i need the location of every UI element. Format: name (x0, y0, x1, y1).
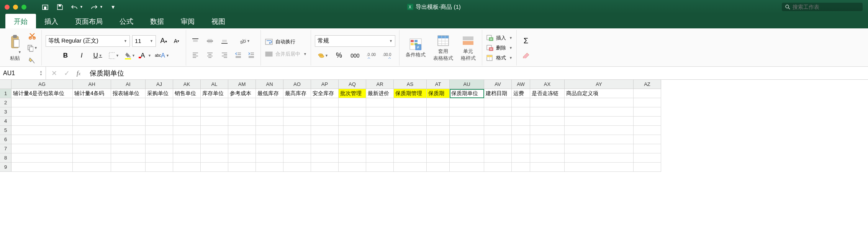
cell-AW9[interactable] (512, 163, 530, 172)
font-color-button[interactable]: A▼ (141, 51, 151, 61)
redo-button[interactable]: ▼ (91, 3, 103, 10)
cell-AK4[interactable] (173, 117, 201, 126)
decrease-font-size-button[interactable]: A▾ (171, 36, 182, 46)
cell-AR3[interactable] (366, 107, 394, 117)
cell-AU7[interactable] (450, 144, 484, 153)
cell-AJ9[interactable] (146, 163, 173, 172)
cell-AQ7[interactable] (339, 144, 366, 153)
row-header-4[interactable]: 4 (0, 117, 11, 126)
cell-AW7[interactable] (512, 144, 530, 153)
align-middle-button[interactable] (205, 36, 215, 46)
cell-AG9[interactable] (11, 163, 73, 172)
cell-AN5[interactable] (256, 126, 283, 135)
cell-AU1[interactable]: 保质期单位 (450, 89, 484, 98)
increase-indent-button[interactable] (246, 50, 257, 60)
cell-AZ7[interactable] (634, 144, 661, 153)
cell-AK1[interactable]: 销售单位 (173, 89, 201, 98)
tab-formulas[interactable]: 公式 (111, 14, 142, 28)
cell-AW3[interactable] (512, 107, 530, 117)
cut-button[interactable] (27, 31, 38, 41)
cell-AL2[interactable] (201, 98, 228, 107)
cell-AP8[interactable] (311, 153, 339, 163)
cell-AJ5[interactable] (146, 126, 173, 135)
cell-AJ8[interactable] (146, 153, 173, 163)
column-header-AZ[interactable]: AZ (634, 80, 661, 89)
cell-AM4[interactable] (228, 117, 256, 126)
cell-AK6[interactable] (173, 135, 201, 144)
align-bottom-button[interactable] (219, 36, 230, 46)
cell-AZ4[interactable] (634, 117, 661, 126)
cell-AG6[interactable] (11, 135, 73, 144)
cell-AL4[interactable] (201, 117, 228, 126)
cell-AZ3[interactable] (634, 107, 661, 117)
cell-AS1[interactable]: 保质期管理 (394, 89, 427, 98)
clear-button[interactable] (521, 50, 531, 60)
italic-button[interactable]: I (76, 51, 87, 61)
phonetic-button[interactable]: abcA▼ (157, 51, 167, 61)
cell-AI8[interactable] (111, 153, 146, 163)
cell-AK7[interactable] (173, 144, 201, 153)
tab-insert[interactable]: 插入 (36, 14, 67, 28)
cell-styles-button[interactable]: 单元 格样式 (459, 33, 478, 63)
cell-AN4[interactable] (256, 117, 283, 126)
column-header-AK[interactable]: AK (173, 80, 201, 89)
cell-AR1[interactable]: 最新进价 (366, 89, 394, 98)
cell-AO6[interactable] (283, 135, 311, 144)
cell-AM3[interactable] (228, 107, 256, 117)
column-header-AT[interactable]: AT (427, 80, 450, 89)
cell-AI5[interactable] (111, 126, 146, 135)
maximize-window-button[interactable] (21, 5, 26, 10)
cell-AX7[interactable] (530, 144, 565, 153)
tab-view[interactable]: 视图 (203, 14, 234, 28)
cell-AR5[interactable] (366, 126, 394, 135)
cell-AP2[interactable] (311, 98, 339, 107)
decrease-indent-button[interactable] (233, 50, 244, 60)
cell-AT6[interactable] (427, 135, 450, 144)
cell-AQ1[interactable]: 批次管理 (339, 89, 366, 98)
name-box[interactable]: ▲▼ (0, 67, 46, 79)
enter-formula-icon[interactable]: ✓ (64, 69, 70, 77)
cell-AH8[interactable] (73, 153, 111, 163)
cell-AV6[interactable] (484, 135, 512, 144)
underline-button[interactable]: U▼ (92, 51, 103, 61)
spreadsheet-grid[interactable]: AGAHAIAJAKALAMANAOAPAQARASATAUAVAWAXAYAZ… (0, 80, 868, 172)
cell-AO3[interactable] (283, 107, 311, 117)
cell-AU4[interactable] (450, 117, 484, 126)
cell-AP5[interactable] (311, 126, 339, 135)
column-header-AN[interactable]: AN (256, 80, 283, 89)
cell-AU8[interactable] (450, 153, 484, 163)
cell-AT4[interactable] (427, 117, 450, 126)
column-header-AG[interactable]: AG (11, 80, 73, 89)
cell-AW5[interactable] (512, 126, 530, 135)
cell-AS9[interactable] (394, 163, 427, 172)
cell-AP1[interactable]: 安全库存 (311, 89, 339, 98)
cell-AU2[interactable] (450, 98, 484, 107)
format-as-table-button[interactable]: 套用 表格格式 (431, 33, 455, 63)
cell-AI6[interactable] (111, 135, 146, 144)
cell-AX6[interactable] (530, 135, 565, 144)
formula-input[interactable] (86, 69, 868, 77)
tab-home[interactable]: 开始 (5, 14, 36, 28)
row-header-1[interactable]: 1 (0, 89, 11, 98)
cell-AY5[interactable] (565, 126, 634, 135)
cell-AQ6[interactable] (339, 135, 366, 144)
cell-AQ5[interactable] (339, 126, 366, 135)
cell-AV1[interactable]: 建档日期 (484, 89, 512, 98)
cell-AG2[interactable] (11, 98, 73, 107)
column-header-AQ[interactable]: AQ (339, 80, 366, 89)
cell-AT1[interactable]: 保质期 (427, 89, 450, 98)
cell-AR2[interactable] (366, 98, 394, 107)
cell-AI4[interactable] (111, 117, 146, 126)
increase-font-size-button[interactable]: A▴ (158, 36, 169, 46)
undo-button[interactable]: ▼ (71, 3, 83, 10)
tab-data[interactable]: 数据 (142, 14, 172, 28)
cell-AO5[interactable] (283, 126, 311, 135)
cell-AH3[interactable] (73, 107, 111, 117)
cell-AL8[interactable] (201, 153, 228, 163)
qat-customize-icon[interactable]: ▼ (111, 4, 116, 10)
delete-cells-button[interactable]: 删除▼ (486, 44, 513, 51)
row-header-5[interactable]: 5 (0, 126, 11, 135)
row-header-9[interactable]: 9 (0, 163, 11, 172)
cell-AT7[interactable] (427, 144, 450, 153)
cell-AY8[interactable] (565, 153, 634, 163)
